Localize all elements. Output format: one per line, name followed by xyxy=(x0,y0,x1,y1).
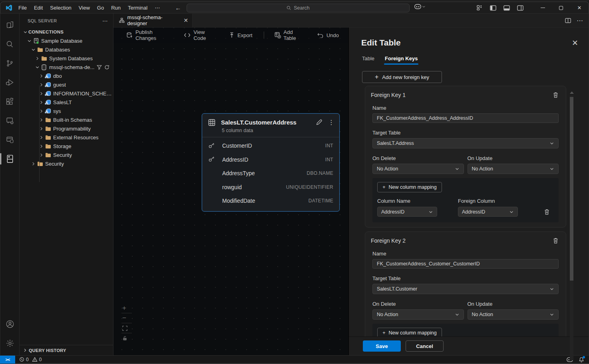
tree-item-sys[interactable]: sys xyxy=(20,107,113,115)
tree-item-security[interactable]: Security xyxy=(20,150,113,159)
activity-sql-server-icon[interactable] xyxy=(0,149,20,168)
table-card-customeraddress[interactable]: SalesLT.CustomerAddress ⋮ 5 column data … xyxy=(202,113,340,212)
foreign-key-name-input[interactable]: FK_CustomerAddress_Address_AddressID xyxy=(372,113,559,123)
table-column-row[interactable]: rowguidUNIQUEIDENTIFIER xyxy=(202,180,339,194)
sidebar: SQL SERVER ⋯ CONNECTIONSSample DatabaseD… xyxy=(20,14,113,355)
tree-item-connections[interactable]: CONNECTIONS xyxy=(20,28,113,36)
schema-canvas[interactable]: Publish ChangesView CodeExportAdd TableU… xyxy=(113,28,349,355)
editor-more-actions-button[interactable]: ⋯ xyxy=(577,17,583,24)
tree-item-information-schema[interactable]: INFORMATION_SCHEMA xyxy=(20,89,113,98)
fit-view-button[interactable] xyxy=(121,323,132,333)
tree-item-saleslt[interactable]: SalesLT xyxy=(20,98,113,107)
delete-mapping-icon[interactable] xyxy=(544,209,550,215)
menu-edit[interactable]: Edit xyxy=(30,3,46,12)
table-column-row[interactable]: ModifiedDateDATETIME xyxy=(202,194,339,208)
window-close-button[interactable]: ✕ xyxy=(570,2,589,14)
filter-icon[interactable] xyxy=(97,65,102,70)
command-search-input[interactable]: Search xyxy=(187,4,410,12)
problems-indicator[interactable]: 0 0 xyxy=(19,357,42,362)
scrollbar-thumb[interactable] xyxy=(570,97,573,281)
refresh-icon[interactable] xyxy=(104,65,109,70)
publish-changes-button[interactable]: Publish Changes xyxy=(122,27,174,43)
tree-item-guest[interactable]: guest xyxy=(20,80,113,89)
activity-run-debug-icon[interactable] xyxy=(0,73,20,92)
zoom-in-button[interactable]: + xyxy=(121,303,132,313)
panel-scrollbar[interactable] xyxy=(569,91,574,364)
menu-go[interactable]: Go xyxy=(94,3,107,12)
table-card-kebab-menu-icon[interactable]: ⋮ xyxy=(328,119,334,126)
save-button[interactable]: Save xyxy=(363,340,401,352)
on-delete-select[interactable]: No Action xyxy=(372,309,464,320)
split-editor-icon[interactable] xyxy=(565,18,571,23)
menu-view[interactable]: View xyxy=(75,3,94,12)
tab-close-icon[interactable]: ✕ xyxy=(183,17,188,24)
tree-item-sample-database[interactable]: Sample Database xyxy=(20,36,113,45)
notifications-bell[interactable] xyxy=(579,357,584,362)
remote-indicator[interactable]: >< xyxy=(0,356,15,364)
cancel-button[interactable]: Cancel xyxy=(406,340,444,352)
maximize-button[interactable] xyxy=(552,2,570,14)
add-table-button[interactable]: Add Table xyxy=(271,27,308,43)
menu-selection[interactable]: Selection xyxy=(46,3,75,12)
foreign-column-select[interactable]: AddressID xyxy=(458,207,518,217)
view-code-button[interactable]: View Code xyxy=(180,27,219,43)
tree-item-label: Storage xyxy=(53,143,72,149)
tree-item-security[interactable]: Security xyxy=(20,159,113,168)
selected-value: No Action xyxy=(472,312,550,317)
customize-layout-icon[interactable] xyxy=(474,2,486,14)
foreign-key-name-input[interactable]: FK_CustomerAddress_Customer_CustomerID xyxy=(372,259,559,269)
tree-item-built-in-schemas[interactable]: Built-in Schemas xyxy=(20,115,113,124)
activity-account-icon[interactable] xyxy=(0,315,20,334)
table-column-row[interactable]: CustomerIDINT xyxy=(202,139,339,153)
back-arrow-icon[interactable]: ← xyxy=(175,4,181,11)
activity-search-icon[interactable] xyxy=(0,34,20,53)
tree-item-external-resources[interactable]: External Resources xyxy=(20,133,113,142)
zoom-out-button[interactable]: − xyxy=(121,313,132,323)
tree-item-dbo[interactable]: dbo xyxy=(20,71,113,80)
activity-extensions-icon[interactable] xyxy=(0,92,20,111)
activity-source-control-icon[interactable] xyxy=(0,53,20,73)
on-actions-selects: No ActionNo Action xyxy=(370,164,559,174)
add-foreign-key-button[interactable]: + Add new foreign key xyxy=(362,71,442,83)
minimize-button[interactable] xyxy=(533,2,552,14)
on-update-select[interactable]: No Action xyxy=(468,164,559,174)
sidebar-more-button[interactable]: ⋯ xyxy=(102,18,108,24)
tree-item-programmability[interactable]: Programmability xyxy=(20,124,113,133)
menu-terminal[interactable]: Terminal xyxy=(124,3,151,12)
activity-remote-explorer-icon[interactable] xyxy=(0,111,20,130)
tree-item-system-databases[interactable]: System Databases xyxy=(20,54,113,63)
menu-file[interactable]: File xyxy=(15,3,30,12)
target-table-select[interactable]: SalesLT.Customer xyxy=(372,284,559,294)
panel-tab-foreign-keys[interactable]: Foreign Keys xyxy=(385,55,418,65)
on-delete-select[interactable]: No Action xyxy=(372,164,464,174)
query-history-section[interactable]: QUERY HISTORY xyxy=(20,345,113,355)
toggle-panel-icon[interactable] xyxy=(501,2,513,14)
copilot-menu[interactable] xyxy=(414,4,426,9)
tree-item-mssql-schema-de-[interactable]: mssql-schema-de... xyxy=(20,63,113,71)
table-column-row[interactable]: AddressIDINT xyxy=(202,153,339,167)
delete-foreign-key-icon[interactable] xyxy=(553,237,559,244)
activity-database-projects-icon[interactable] xyxy=(0,130,20,149)
menu-more-button[interactable]: ⋯ xyxy=(151,4,164,12)
tab-mssql-schema-designer[interactable]: mssql-schema-designer ✕ xyxy=(113,14,193,27)
new-column-mapping-button[interactable]: +New column mapping xyxy=(377,182,442,192)
undo-button[interactable]: Undo xyxy=(313,30,343,40)
toggle-primary-sidebar-icon[interactable] xyxy=(487,2,499,14)
delete-foreign-key-icon[interactable] xyxy=(553,92,559,98)
new-column-mapping-button[interactable]: +New column mapping xyxy=(377,328,442,336)
export-button[interactable]: Export xyxy=(225,30,257,40)
tree-item-storage[interactable]: Storage xyxy=(20,142,113,150)
tree-item-databases[interactable]: Databases xyxy=(20,45,113,54)
activity-settings-gear-icon[interactable] xyxy=(0,334,20,353)
target-table-select[interactable]: SalesLT.Address xyxy=(372,138,559,148)
panel-tab-table[interactable]: Table xyxy=(362,55,374,65)
lock-button[interactable] xyxy=(121,333,132,343)
toggle-secondary-sidebar-icon[interactable] xyxy=(514,2,526,14)
on-update-select[interactable]: No Action xyxy=(468,309,559,320)
panel-close-icon[interactable]: ✕ xyxy=(572,38,578,47)
column-name-select[interactable]: AddressID xyxy=(377,207,437,217)
edit-table-pencil-icon[interactable] xyxy=(316,119,322,126)
menu-run[interactable]: Run xyxy=(107,3,124,12)
activity-explorer-icon[interactable] xyxy=(0,15,20,34)
table-column-row[interactable]: AddressTypeDBO.NAME xyxy=(202,166,339,180)
